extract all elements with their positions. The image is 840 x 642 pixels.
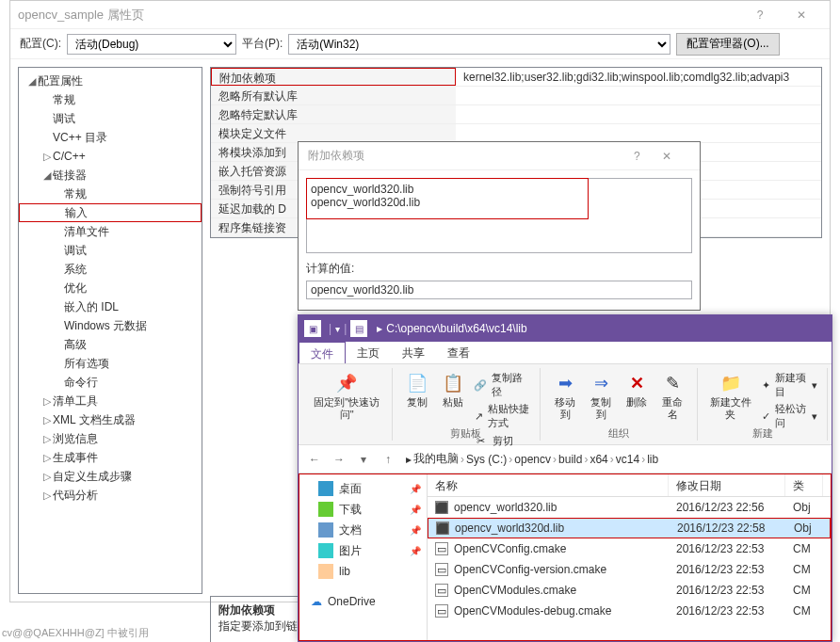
tree-vcdirs[interactable]: VC++ 目录 xyxy=(19,128,202,147)
tree-manifest[interactable]: ▷清单工具 xyxy=(19,392,202,410)
file-type: Obj xyxy=(786,522,824,535)
pin-icon: 📌 xyxy=(410,505,421,515)
crumb-build[interactable]: build xyxy=(558,453,582,466)
tree-linker-system[interactable]: 系统 xyxy=(19,260,202,279)
lib-icon: ⬛ xyxy=(436,522,449,535)
adddep-calc-label: 计算的值: xyxy=(299,261,700,277)
tree-buildevents[interactable]: ▷生成事件 xyxy=(19,448,202,467)
tab-share[interactable]: 共享 xyxy=(391,342,436,363)
crumb-x64[interactable]: x64 xyxy=(590,453,607,466)
prop-additional-deps[interactable]: 附加依赖项kernel32.lib;user32.lib;gdi32.lib;w… xyxy=(211,68,821,87)
newfolder-button[interactable]: 📁新建文件夹 xyxy=(705,368,756,431)
tree-ccpp[interactable]: ▷C/C++ xyxy=(19,147,202,166)
tree-codeanalysis[interactable]: ▷代码分析 xyxy=(19,486,202,505)
tree-debug[interactable]: 调试 xyxy=(19,109,202,128)
file-row[interactable]: ⬛opencv_world320.lib2016/12/23 22:56Obj xyxy=(428,497,831,518)
prop-ignore-specific[interactable]: 忽略特定默认库 xyxy=(211,105,821,124)
explorer-path: C:\opencv\build\x64\vc14\lib xyxy=(386,322,526,335)
property-tree[interactable]: ◢配置属性 常规 调试 VC++ 目录 ▷C/C++ ◢链接器 常规 输入 清单… xyxy=(18,67,202,594)
file-row[interactable]: ▭OpenCVModules.cmake2016/12/23 22:53CM xyxy=(428,580,831,601)
tree-linker-debug[interactable]: 调试 xyxy=(19,241,202,260)
file-row[interactable]: ▭OpenCVConfig.cmake2016/12/23 22:53CM xyxy=(428,538,831,559)
adddep-close-button[interactable]: ✕ xyxy=(662,150,690,163)
tree-linker[interactable]: ◢链接器 xyxy=(19,166,202,185)
col-date[interactable]: 修改日期 xyxy=(669,474,785,496)
prop-ignore-all[interactable]: 忽略所有默认库 xyxy=(211,87,821,105)
side-downloads[interactable]: 下载📌 xyxy=(299,499,427,520)
platform-select[interactable]: 活动(Win32) xyxy=(288,34,670,55)
expand-icon: ▷ xyxy=(41,490,53,502)
tree-general[interactable]: 常规 xyxy=(19,90,202,109)
tree-linker-manifest[interactable]: 清单文件 xyxy=(19,222,202,241)
list-header[interactable]: 名称 修改日期 类 xyxy=(428,474,831,497)
dropdown-icon[interactable]: ▾ xyxy=(335,324,340,334)
back-button[interactable]: ← xyxy=(304,449,325,470)
desktop-icon xyxy=(318,481,333,496)
delete-button[interactable]: ✕删除 xyxy=(620,368,654,423)
side-docs[interactable]: 文档📌 xyxy=(299,520,427,540)
tree-custombuild[interactable]: ▷自定义生成步骤 xyxy=(19,467,202,486)
tree-linker-allopts[interactable]: 所有选项 xyxy=(19,354,202,373)
shortcut-icon: ↗ xyxy=(474,409,484,424)
prop-moddef[interactable]: 模块定义文件 xyxy=(211,124,821,143)
explorer-tabs: 文件 主页 共享 查看 xyxy=(299,342,832,364)
up-button[interactable]: ↑ xyxy=(378,449,398,470)
tree-xmldoc[interactable]: ▷XML 文档生成器 xyxy=(19,410,202,429)
file-row[interactable]: ▭OpenCVConfig-version.cmake2016/12/23 22… xyxy=(428,559,831,580)
file-row[interactable]: ⬛opencv_world320d.lib2016/12/23 22:58Obj xyxy=(428,518,831,538)
side-onedrive[interactable]: ☁OneDrive xyxy=(299,591,427,612)
tree-linker-advanced[interactable]: 高级 xyxy=(19,335,202,354)
adddep-help-button[interactable]: ? xyxy=(634,150,662,163)
config-manager-button[interactable]: 配置管理器(O)... xyxy=(676,33,779,56)
adddep-textarea[interactable]: opencv_world320.lib opencv_world320d.lib xyxy=(306,178,692,253)
explorer-titlebar[interactable]: ▣ | ▾ | ▤ ▸ C:\opencv\build\x64\vc14\lib xyxy=(299,315,832,342)
crumb-opencv[interactable]: opencv xyxy=(514,453,551,466)
tree-linker-cmdline[interactable]: 命令行 xyxy=(19,373,202,392)
explorer-navbar: ← → ▾ ↑ ▸ 我的电脑› Sys (C:)› opencv› build›… xyxy=(299,445,832,473)
tab-home[interactable]: 主页 xyxy=(346,342,391,363)
folder-icon xyxy=(318,564,333,579)
side-lib[interactable]: lib xyxy=(299,561,427,582)
file-date: 2016/12/23 22:53 xyxy=(669,604,785,618)
crumb-vc14[interactable]: vc14 xyxy=(616,453,639,466)
newitem-button[interactable]: ✦新建项目 ▾ xyxy=(758,370,819,400)
file-row[interactable]: ▭OpenCVModules-debug.cmake2016/12/23 22:… xyxy=(428,601,831,621)
tree-linker-general[interactable]: 常规 xyxy=(19,185,202,203)
side-pics[interactable]: 图片📌 xyxy=(299,540,427,561)
tree-config-props[interactable]: ◢配置属性 xyxy=(19,72,202,90)
close-button[interactable]: ✕ xyxy=(781,1,822,28)
tree-linker-input[interactable]: 输入 xyxy=(19,203,202,222)
col-name[interactable]: 名称 xyxy=(428,474,669,496)
breadcrumb[interactable]: ▸ 我的电脑› Sys (C:)› opencv› build› x64› vc… xyxy=(402,449,826,470)
copyto-button[interactable]: ⇒复制到 xyxy=(584,368,618,423)
explorer-sidebar[interactable]: 桌面📌 下载📌 文档📌 图片📌 lib ☁OneDrive xyxy=(299,474,428,640)
tree-linker-optimize[interactable]: 优化 xyxy=(19,279,202,297)
tab-view[interactable]: 查看 xyxy=(436,342,481,363)
moveto-button[interactable]: ➡移动到 xyxy=(548,368,582,423)
copypath-button[interactable]: 🔗复制路径 xyxy=(472,370,532,400)
config-select[interactable]: 活动(Debug) xyxy=(67,34,236,55)
tree-linker-winmd[interactable]: Windows 元数据 xyxy=(19,316,202,335)
crumb-sys[interactable]: Sys (C:) xyxy=(466,453,507,466)
copy-button[interactable]: 📄复制 xyxy=(400,368,434,449)
col-type[interactable]: 类 xyxy=(785,474,823,496)
file-name: OpenCVConfig-version.cmake xyxy=(454,563,606,576)
file-list[interactable]: 名称 修改日期 类 ⬛opencv_world320.lib2016/12/23… xyxy=(428,474,831,640)
help-button[interactable]: ? xyxy=(739,1,781,28)
file-icon: ▭ xyxy=(435,542,448,555)
rename-button[interactable]: ✎重命名 xyxy=(655,368,689,423)
crumb-pc[interactable]: 我的电脑 xyxy=(413,451,459,467)
side-desktop[interactable]: 桌面📌 xyxy=(299,478,427,499)
onedrive-icon: ☁ xyxy=(311,595,322,608)
file-date: 2016/12/23 22:53 xyxy=(669,584,785,597)
edge-text: cv@@QAEXHHH@Z] 中被引用 xyxy=(2,626,149,640)
history-button[interactable]: ▾ xyxy=(353,449,374,470)
forward-button[interactable]: → xyxy=(329,449,349,470)
crumb-lib[interactable]: lib xyxy=(647,453,658,466)
paste-icon: 📋 xyxy=(440,370,466,396)
tree-browse[interactable]: ▷浏览信息 xyxy=(19,429,202,448)
tab-file[interactable]: 文件 xyxy=(299,342,346,363)
expand-icon: ▷ xyxy=(41,414,53,426)
tree-linker-idl[interactable]: 嵌入的 IDL xyxy=(19,297,202,316)
pin-quickaccess-button[interactable]: 📌固定到"快速访问" xyxy=(310,368,384,423)
